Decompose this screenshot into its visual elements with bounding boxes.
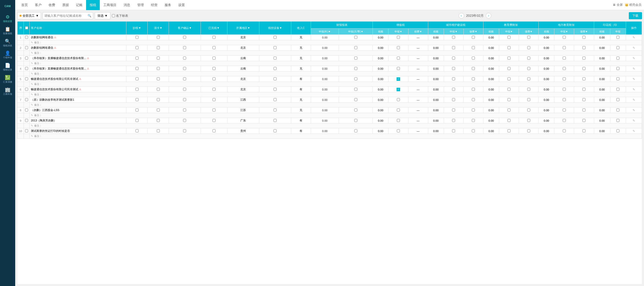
- city-declare-cell[interactable]: [444, 87, 463, 92]
- filter-button[interactable]: 筛选 ▼: [95, 12, 110, 19]
- local-declare-cell[interactable]: [554, 66, 574, 72]
- declared-cell[interactable]: [201, 118, 227, 123]
- nav-business[interactable]: 工商项目: [100, 0, 120, 10]
- stamp-declare-cell[interactable]: [610, 97, 626, 103]
- note-content[interactable]: ✎ 备注：: [30, 134, 642, 139]
- row-checkbox[interactable]: [24, 35, 30, 40]
- local-declare-cell[interactable]: [554, 87, 574, 92]
- local-fee-cell[interactable]: [574, 128, 594, 134]
- stamp-declare-cell[interactable]: [610, 76, 626, 82]
- city-declare-cell[interactable]: [444, 118, 463, 123]
- tax-copy-cell[interactable]: [126, 87, 148, 92]
- city-fee-cell[interactable]: [463, 128, 483, 134]
- row-checkbox[interactable]: [24, 108, 30, 113]
- declared-cell[interactable]: [201, 97, 227, 103]
- edu-declare-cell[interactable]: [499, 108, 519, 113]
- action-cell[interactable]: ✎: [626, 45, 642, 51]
- name-tag-checkbox[interactable]: [112, 14, 115, 17]
- action-cell[interactable]: ✎: [626, 108, 642, 113]
- vat-declare-cell[interactable]: [388, 118, 408, 123]
- clear-cell[interactable]: [148, 87, 169, 92]
- local-declare-cell[interactable]: [554, 108, 574, 113]
- finance-year-cell[interactable]: [339, 97, 373, 103]
- edu-fee-cell[interactable]: [519, 108, 539, 113]
- confirm-cell[interactable]: [169, 118, 201, 123]
- edit-icon[interactable]: ✎: [633, 109, 635, 112]
- edit-icon[interactable]: ✎: [633, 98, 635, 102]
- row-checkbox[interactable]: [24, 128, 30, 134]
- sidebar-item-settlement[interactable]: 💹 汇算清缴: [0, 73, 15, 85]
- declared-cell[interactable]: [201, 56, 227, 61]
- note-content[interactable]: ✎ 备注：: [30, 82, 642, 87]
- row-checkbox[interactable]: [24, 56, 30, 61]
- edu-declare-cell[interactable]: [499, 35, 519, 40]
- stamp-declare-cell[interactable]: [610, 56, 626, 61]
- vat-declare-cell[interactable]: ✓: [388, 76, 408, 82]
- edu-fee-cell[interactable]: [519, 87, 539, 92]
- local-fee-cell[interactable]: [574, 35, 594, 40]
- tax-device-cell[interactable]: [259, 56, 291, 61]
- local-declare-cell[interactable]: [554, 35, 574, 40]
- finance-year-cell[interactable]: [339, 56, 373, 61]
- vat-declare-cell[interactable]: [388, 128, 408, 134]
- search-box[interactable]: 🔍: [43, 12, 93, 19]
- finance-year-cell[interactable]: [339, 118, 373, 123]
- edu-declare-cell[interactable]: [499, 118, 519, 123]
- edu-fee-cell[interactable]: [519, 35, 539, 40]
- declared-cell[interactable]: [201, 76, 227, 82]
- vat-declare-cell[interactable]: [388, 66, 408, 72]
- stamp-declare-cell[interactable]: [610, 108, 626, 113]
- edit-icon[interactable]: ✎: [633, 88, 635, 91]
- note-content[interactable]: ✎ 备注：: [30, 113, 642, 118]
- edu-declare-cell[interactable]: [499, 66, 519, 72]
- finance-year-cell[interactable]: [339, 45, 373, 51]
- clear-cell[interactable]: [148, 97, 169, 103]
- note-content[interactable]: ✎ 备注：: [30, 51, 642, 56]
- city-declare-cell[interactable]: [444, 97, 463, 103]
- local-fee-cell[interactable]: [574, 87, 594, 92]
- action-cell[interactable]: ✎: [626, 97, 642, 103]
- local-declare-cell[interactable]: [554, 45, 574, 51]
- note-content[interactable]: ✎ 备注：: [30, 92, 642, 97]
- edit-icon[interactable]: ✎: [633, 77, 635, 81]
- row-checkbox[interactable]: [24, 97, 30, 103]
- local-fee-cell[interactable]: [574, 108, 594, 113]
- edu-fee-cell[interactable]: [519, 45, 539, 51]
- nav-billing[interactable]: 收费: [45, 0, 59, 10]
- prev-month-button[interactable]: ‹: [459, 13, 464, 19]
- edu-declare-cell[interactable]: [499, 45, 519, 51]
- finance-year-cell[interactable]: [339, 128, 373, 134]
- city-fee-cell[interactable]: [463, 108, 483, 113]
- vat-declare-cell[interactable]: [388, 56, 408, 61]
- edit-icon[interactable]: ✎: [633, 36, 635, 39]
- clear-cell[interactable]: [148, 45, 169, 51]
- stamp-declare-cell[interactable]: [610, 128, 626, 134]
- city-declare-cell[interactable]: [444, 45, 463, 51]
- nav-management[interactable]: 管理: [134, 0, 147, 10]
- clear-cell[interactable]: [148, 66, 169, 72]
- stamp-declare-cell[interactable]: [610, 35, 626, 40]
- edu-fee-cell[interactable]: [519, 56, 539, 61]
- city-fee-cell[interactable]: [463, 45, 483, 51]
- nav-invoice[interactable]: 票据: [59, 0, 72, 10]
- search-input[interactable]: [44, 14, 87, 17]
- edu-fee-cell[interactable]: [519, 97, 539, 103]
- nav-customer[interactable]: 客户: [31, 0, 45, 10]
- edu-declare-cell[interactable]: [499, 87, 519, 92]
- action-cell[interactable]: ✎: [626, 56, 642, 61]
- employee-filter-select[interactable]: 全部员工 ▼: [17, 12, 41, 19]
- edit-icon[interactable]: ✎: [633, 57, 635, 60]
- city-declare-cell[interactable]: [444, 76, 463, 82]
- finance-year-cell[interactable]: [339, 108, 373, 113]
- city-fee-cell[interactable]: [463, 56, 483, 61]
- action-cell[interactable]: ✎: [626, 128, 642, 134]
- edu-fee-cell[interactable]: [519, 128, 539, 134]
- nav-messages[interactable]: 消息: [120, 0, 134, 10]
- city-fee-cell[interactable]: [463, 66, 483, 72]
- confirm-cell[interactable]: [169, 87, 201, 92]
- finance-year-cell[interactable]: [339, 87, 373, 92]
- city-declare-cell[interactable]: [444, 128, 463, 134]
- sidebar-item-tax-record[interactable]: 📄 报税记录: [0, 61, 15, 73]
- clear-cell[interactable]: [148, 35, 169, 40]
- tax-copy-cell[interactable]: [126, 97, 148, 103]
